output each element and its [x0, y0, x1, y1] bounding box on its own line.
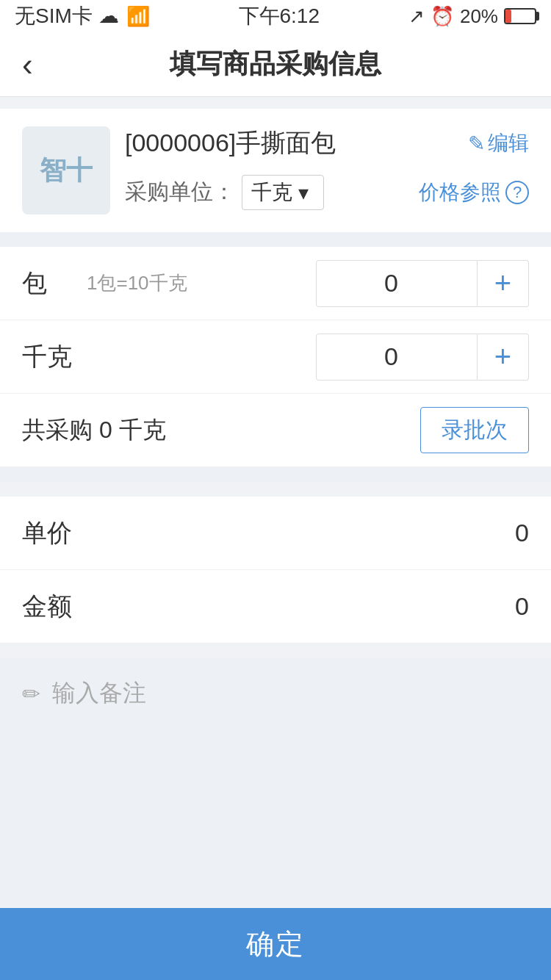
status-bar: 无SIM卡 ☁ 📶 下午6:12 ↗ ⏰ 20% [0, 0, 551, 32]
kg-row: 千克 + [0, 320, 551, 394]
unit-label: 采购单位： [125, 179, 235, 203]
dropdown-icon: ▾ [298, 181, 309, 205]
unit-left: 采购单位： 千克 ▾ [125, 175, 324, 210]
product-image: 智十 [22, 126, 110, 215]
unit-select[interactable]: 千克 ▾ [242, 175, 324, 210]
section-divider-1 [0, 232, 551, 247]
unit-row: 采购单位： 千克 ▾ 价格参照 ? [125, 175, 529, 210]
battery-icon [504, 8, 536, 24]
price-section: 单价 0 金额 0 [0, 497, 551, 644]
input-section: 包 1包=10千克 + 千克 + 共采购 0 千克 录批次 [0, 247, 551, 467]
page-title: 填写商品采购信息 [170, 46, 381, 82]
unit-price-value: 0 [515, 519, 529, 547]
wifi-icon: 📶 [126, 5, 150, 28]
bao-input[interactable] [316, 260, 478, 307]
product-card: 智十 [0000006]手撕面包 ✎ 编辑 采购单位： 千克 ▾ 价格参照 ? [0, 109, 551, 232]
product-logo: 智十 [40, 153, 93, 189]
bao-input-group: + [316, 260, 529, 307]
back-button[interactable]: ‹ [22, 48, 33, 81]
battery-fill [505, 10, 511, 23]
unit-price-row: 单价 0 [0, 497, 551, 570]
confirm-button[interactable]: 确定 [0, 908, 551, 980]
kg-input[interactable] [316, 334, 478, 381]
edit-button[interactable]: ✎ 编辑 [468, 129, 529, 157]
bao-sublabel: 1包=10千克 [87, 270, 187, 296]
pencil-icon: ✏ [22, 681, 40, 707]
bao-plus-button[interactable]: + [478, 260, 529, 307]
status-right: ↗ ⏰ 20% [408, 5, 536, 28]
status-time: 下午6:12 [239, 2, 320, 30]
product-info: [0000006]手撕面包 ✎ 编辑 采购单位： 千克 ▾ 价格参照 ? [125, 126, 529, 210]
unit-price-label: 单价 [22, 516, 72, 550]
kg-input-group: + [316, 334, 529, 381]
product-name: [0000006]手撕面包 [125, 126, 336, 160]
remark-placeholder: 输入备注 [52, 677, 146, 710]
summary-row: 共采购 0 千克 录批次 [0, 394, 551, 467]
amount-label: 金额 [22, 590, 72, 624]
status-left: 无SIM卡 ☁ 📶 [15, 2, 150, 30]
bao-label: 包 [22, 267, 81, 300]
amount-value: 0 [515, 592, 529, 621]
amount-row: 金额 0 [0, 570, 551, 644]
confirm-label: 确定 [246, 926, 305, 963]
product-name-row: [0000006]手撕面包 ✎ 编辑 [125, 126, 529, 160]
record-batch-button[interactable]: 录批次 [420, 407, 529, 453]
edit-icon: ✎ [468, 131, 485, 156]
kg-plus-button[interactable]: + [478, 334, 529, 381]
price-ref-label: 价格参照 [419, 179, 501, 206]
section-divider-2 [0, 467, 551, 482]
unit-value: 千克 [251, 179, 292, 206]
kg-label: 千克 [22, 340, 81, 374]
price-ref-button[interactable]: 价格参照 ? [419, 179, 529, 206]
edit-label: 编辑 [488, 129, 529, 157]
nav-bar: ‹ 填写商品采购信息 [0, 32, 551, 97]
no-sim-label: 无SIM卡 ☁ [15, 2, 119, 30]
info-icon: ? [505, 181, 529, 204]
remark-section[interactable]: ✏ 输入备注 [0, 658, 551, 729]
location-icon: ↗ [408, 5, 425, 28]
alarm-icon: ⏰ [431, 5, 454, 28]
battery-percentage: 20% [460, 5, 498, 28]
bao-row: 包 1包=10千克 + [0, 247, 551, 320]
summary-text: 共采购 0 千克 [22, 414, 166, 447]
battery-tip [536, 12, 539, 21]
